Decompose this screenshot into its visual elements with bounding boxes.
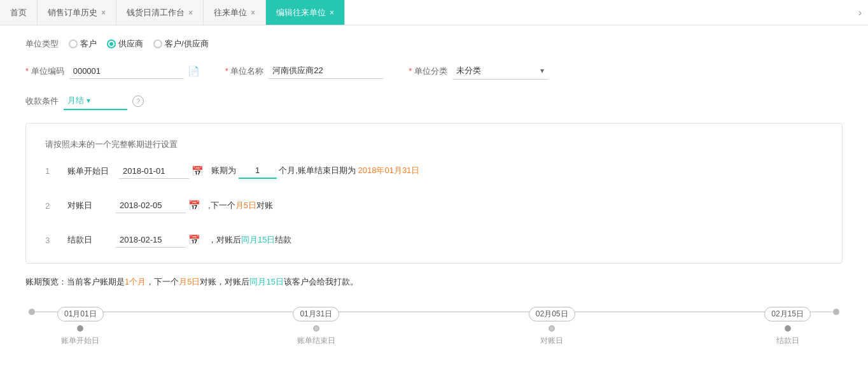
step3-date-input[interactable] (116, 232, 186, 248)
step2-highlight: 月5日 (235, 201, 256, 210)
unit-code-input[interactable] (69, 64, 184, 79)
settings-title: 请按照未来的一个完整帐期进行设置 (45, 139, 823, 150)
radio-both[interactable]: 客户/供应商 (153, 38, 209, 50)
unit-category-group: 单位分类 未分类 ▾ (409, 62, 548, 80)
radio-supplier[interactable]: 供应商 (107, 38, 143, 50)
unit-category-value: 未分类 (456, 65, 536, 76)
step2-label: 对账日 (67, 200, 106, 211)
tab-home[interactable]: 首页 (0, 0, 38, 25)
unit-category-select[interactable]: 未分类 ▾ (452, 62, 548, 80)
preview-hl3: 同月15日 (249, 277, 283, 286)
tab-partner-close[interactable]: × (251, 8, 255, 17)
preview-text: 账期预览：当前客户账期是1个月，下一个月5日对账，对账后同月15日该客户会给我打… (25, 276, 843, 288)
payment-select[interactable]: 月结 ▾ (64, 92, 127, 110)
tab-partner-label: 往来单位 (214, 7, 247, 18)
calendar-icon-step1[interactable]: 📅 (192, 165, 204, 177)
unit-name-input[interactable] (269, 64, 383, 79)
unit-code-group: 单位编码 📄 (25, 64, 200, 79)
step1-num: 1 (45, 166, 55, 176)
timeline-badge-2: 01月31日 (293, 307, 339, 321)
timeline-label-3: 对账日 (540, 335, 563, 346)
step3-num: 3 (45, 236, 55, 245)
radio-customer[interactable]: 客户 (69, 38, 97, 50)
unit-name-label: 单位名称 (225, 66, 264, 77)
tab-overflow-arrow[interactable]: › (852, 0, 868, 25)
tab-sales-history[interactable]: 销售订单历史 × (38, 0, 116, 25)
step3-label: 结款日 (67, 234, 106, 246)
radio-supplier-label: 供应商 (118, 38, 143, 50)
calendar-icon-step2[interactable]: 📅 (188, 200, 200, 211)
step1-row: 1 账单开始日 📅 账期为 个月,账单结束日期为 2018年01月31日 (45, 163, 823, 179)
timeline-point-3: 02月05日 对账日 (529, 307, 575, 346)
timeline-right-end-dot (833, 309, 839, 315)
timeline-label-2: 账单结束日 (297, 335, 335, 346)
radio-both-label: 客户/供应商 (165, 38, 209, 50)
step2-num: 2 (45, 201, 55, 211)
step1-desc-suffix: 个月,账单结束日期为 (279, 165, 356, 175)
timeline: 01月01日 账单开始日 01月31日 账单结束日 02月05日 对账日 02月… (32, 300, 836, 365)
step3-highlight: 同月15日 (241, 235, 275, 244)
timeline-point-4: 02月15日 结款日 (764, 307, 811, 346)
timeline-badge-3: 02月05日 (529, 307, 575, 321)
timeline-dot-2 (313, 325, 319, 332)
tab-cash-desk-label: 钱货日清工作台 (127, 7, 185, 18)
timeline-point-1: 01月01日 账单开始日 (57, 307, 104, 346)
tab-bar: 首页 销售订单历史 × 钱货日清工作台 × 往来单位 × 编辑往来单位 × › (0, 0, 868, 25)
timeline-points: 01月01日 账单开始日 01月31日 账单结束日 02月05日 对账日 02月… (32, 307, 836, 346)
step1-desc-prefix: 账期为 (211, 165, 236, 175)
tab-cash-desk-close[interactable]: × (188, 8, 193, 17)
timeline-badge-4: 02月15日 (764, 307, 811, 321)
step1-label: 账单开始日 (67, 165, 109, 177)
step1-end-date: 2018年01月31日 (358, 165, 420, 175)
timeline-label-4: 结款日 (776, 335, 799, 346)
timeline-left-end-dot (29, 309, 35, 315)
timeline-badge-1: 01月01日 (57, 307, 104, 321)
step3-suffix: 结款 (275, 235, 291, 244)
tab-edit-partner-close[interactable]: × (330, 8, 334, 17)
help-icon[interactable]: ? (132, 95, 144, 107)
tab-partner[interactable]: 往来单位 × (204, 0, 266, 25)
period-input[interactable] (239, 163, 277, 179)
tab-edit-partner[interactable]: 编辑往来单位 × (266, 0, 345, 25)
unit-type-label: 单位类型 (25, 38, 59, 50)
payment-label: 收款条件 (25, 95, 59, 107)
timeline-dot-3 (549, 325, 555, 332)
step3-row: 3 结款日 📅 ，对账后同月15日结款 (45, 232, 823, 248)
step2-row: 2 对账日 📅 ,下一个月5日对账 (45, 198, 823, 213)
unit-info-row: 单位编码 📄 单位名称 单位分类 未分类 ▾ (25, 62, 843, 80)
step1-desc: 账期为 个月,账单结束日期为 2018年01月31日 (211, 163, 419, 179)
preview-suffix: 该客户会给我打款。 (284, 277, 358, 286)
step3-desc-prefix: ，对账后 (208, 235, 241, 244)
radio-customer-circle (69, 39, 78, 48)
tab-sales-history-label: 销售订单历史 (48, 7, 97, 18)
radio-group-unit-type: 客户 供应商 客户/供应商 (69, 38, 209, 50)
unit-name-group: 单位名称 (225, 64, 384, 79)
calendar-icon-step3[interactable]: 📅 (188, 234, 200, 246)
calendar-icon-code[interactable]: 📄 (188, 66, 200, 77)
timeline-dot-1 (77, 325, 83, 332)
tab-edit-partner-label: 编辑往来单位 (276, 7, 326, 18)
preview-mid1: ，下一个 (146, 277, 179, 286)
step2-desc-prefix: ,下一个 (208, 201, 235, 210)
unit-category-label: 单位分类 (409, 66, 447, 77)
unit-category-arrow-icon: ▾ (540, 66, 544, 75)
settings-box: 请按照未来的一个完整帐期进行设置 1 账单开始日 📅 账期为 个月,账单结束日期… (25, 123, 843, 264)
timeline-point-2: 01月31日 账单结束日 (293, 307, 339, 346)
payment-value: 月结 (67, 95, 84, 106)
tab-sales-history-close[interactable]: × (101, 8, 106, 17)
timeline-dot-4 (785, 325, 791, 332)
tab-home-label: 首页 (10, 7, 27, 18)
step3-desc: ，对账后同月15日结款 (208, 234, 291, 246)
step2-date-input[interactable] (116, 198, 186, 213)
unit-code-label: 单位编码 (25, 66, 64, 77)
timeline-label-1: 账单开始日 (61, 335, 99, 346)
preview-hl1: 1个月 (125, 277, 146, 286)
preview-mid2: 对账，对账后 (200, 277, 249, 286)
step1-date-input[interactable] (119, 164, 189, 179)
step2-suffix: 对账 (256, 201, 273, 210)
tab-cash-desk[interactable]: 钱货日清工作台 × (116, 0, 204, 25)
preview-hl2: 月5日 (179, 277, 200, 286)
preview-prefix: 账期预览：当前客户账期是 (25, 277, 125, 286)
step2-desc: ,下一个月5日对账 (208, 200, 273, 211)
radio-both-circle (153, 39, 162, 48)
